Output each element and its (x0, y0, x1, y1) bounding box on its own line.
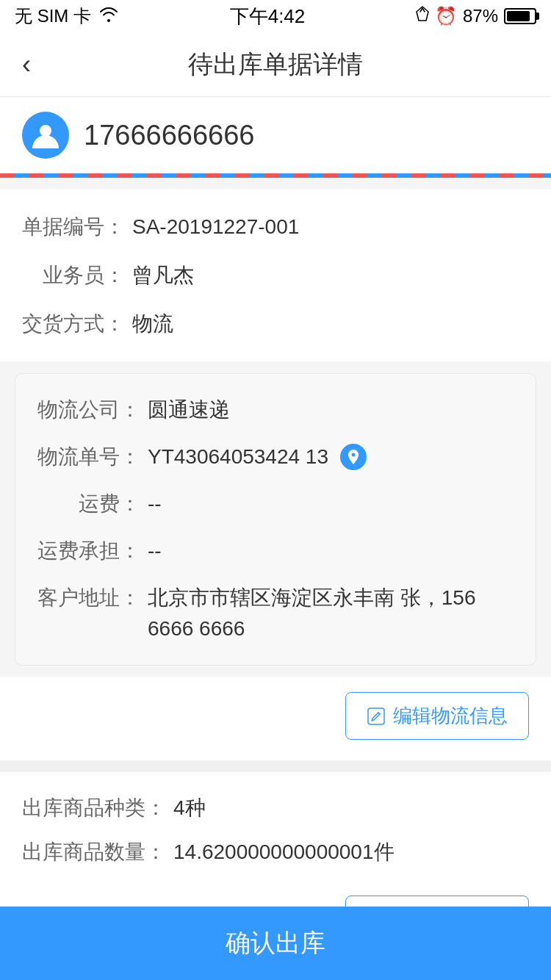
edit-logistics-button[interactable]: 编辑物流信息 (345, 692, 529, 740)
edit-btn-container: 编辑物流信息 (0, 677, 551, 760)
goods-type-label: 出库商品种类： (22, 794, 166, 822)
section-divider (0, 760, 551, 772)
location-icon (416, 6, 429, 26)
goods-section: 出库商品种类： 4种 出库商品数量： 14.620000000000001件 (0, 772, 551, 888)
address-value: 北京市市辖区海淀区永丰南 张，156 6666 6666 (148, 583, 514, 644)
logistics-company-value: 圆通速递 (148, 394, 514, 425)
page-title: 待出库单据详情 (188, 48, 363, 82)
goods-type-row: 出库商品种类： 4种 (22, 794, 529, 822)
back-button[interactable]: ‹ (22, 49, 31, 80)
logistics-company-label: 物流公司： (37, 394, 140, 425)
delivery-method-value: 物流 (132, 309, 529, 339)
goods-quantity-row: 出库商品数量： 14.620000000000001件 (22, 838, 529, 866)
freight-row: 运费： -- (37, 489, 514, 519)
battery-percent: 87% (463, 6, 498, 26)
tracking-value-row: YT43064053424 13 (148, 442, 514, 472)
status-bar: 无 SIM 卡 下午4:42 ⏰ 87% (0, 0, 551, 32)
svg-point-0 (40, 125, 51, 137)
document-no-value: SA-20191227-001 (132, 212, 529, 242)
confirm-outbound-label: 确认出库 (226, 926, 325, 960)
logistics-card: 物流公司： 圆通速递 物流单号： YT43064053424 13 运费： --… (15, 373, 536, 666)
freight-bearer-label: 运费承担： (37, 536, 140, 566)
carrier-text: 无 SIM 卡 (15, 4, 91, 28)
tracking-label: 物流单号： (37, 442, 140, 472)
confirm-outbound-button[interactable]: 确认出库 (0, 907, 551, 980)
goods-quantity-label: 出库商品数量： (22, 838, 166, 866)
alarm-icon: ⏰ (435, 6, 457, 26)
document-no-row: 单据编号： SA-20191227-001 (22, 212, 529, 242)
goods-type-value: 4种 (173, 794, 206, 822)
customer-phone: 17666666666 (84, 120, 254, 151)
svg-rect-2 (368, 708, 384, 724)
salesman-label: 业务员： (22, 260, 125, 291)
delivery-method-label: 交货方式： (22, 309, 125, 339)
salesman-value: 曾凡杰 (132, 260, 529, 291)
nav-bar: ‹ 待出库单据详情 (0, 32, 551, 97)
address-row: 客户地址： 北京市市辖区海淀区永丰南 张，156 6666 6666 (37, 583, 514, 644)
freight-label: 运费： (37, 489, 140, 519)
goods-quantity-value: 14.620000000000001件 (173, 838, 395, 866)
status-bar-time: 下午4:42 (230, 4, 306, 29)
tracking-number: YT43064053424 13 (148, 442, 328, 472)
svg-point-1 (352, 453, 356, 457)
delivery-method-row: 交货方式： 物流 (22, 309, 529, 339)
edit-icon (367, 707, 386, 726)
basic-info-section: 单据编号： SA-20191227-001 业务员： 曾凡杰 交货方式： 物流 (0, 190, 551, 361)
phone-section: 17666666666 (0, 97, 551, 173)
document-no-label: 单据编号： (22, 212, 125, 242)
address-label: 客户地址： (37, 583, 140, 613)
edit-logistics-label: 编辑物流信息 (393, 703, 508, 729)
wifi-icon (98, 6, 119, 26)
freight-bearer-value: -- (148, 536, 514, 566)
tracking-row: 物流单号： YT43064053424 13 (37, 442, 514, 472)
tracking-location-icon[interactable] (340, 444, 367, 470)
freight-value: -- (148, 489, 514, 519)
status-bar-left: 无 SIM 卡 (15, 4, 119, 28)
freight-bearer-row: 运费承担： -- (37, 536, 514, 566)
salesman-row: 业务员： 曾凡杰 (22, 260, 529, 291)
deco-line (0, 173, 551, 178)
status-bar-right: ⏰ 87% (416, 6, 536, 26)
battery-icon (504, 8, 536, 24)
logistics-company-row: 物流公司： 圆通速递 (37, 394, 514, 425)
avatar (22, 112, 69, 159)
